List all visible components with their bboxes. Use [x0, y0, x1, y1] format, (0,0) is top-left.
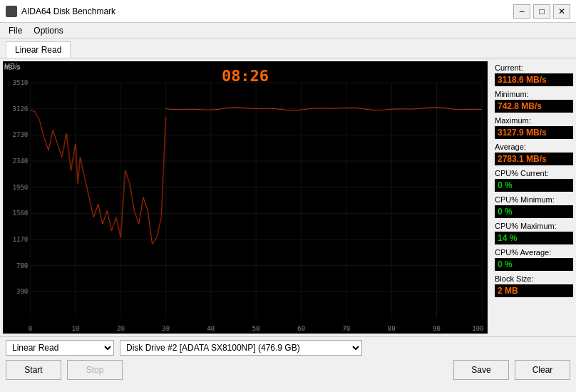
start-button[interactable]: Start [6, 360, 61, 380]
cpu-maximum-value: 14 % [495, 232, 573, 244]
bottom-left-buttons: Start Stop [6, 360, 123, 380]
drive-dropdown[interactable]: Disk Drive #2 [ADATA SX8100NP] (476.9 GB… [120, 340, 362, 356]
test-dropdown[interactable]: Linear Read [6, 340, 114, 356]
chart-canvas [3, 61, 488, 334]
title-bar: AIDA64 Disk Benchmark – □ ✕ [0, 0, 576, 23]
minimize-button[interactable]: – [513, 4, 530, 19]
maximum-value: 3127.9 MB/s [495, 126, 573, 139]
window-title: AIDA64 Disk Benchmark [21, 6, 115, 16]
stop-button[interactable]: Stop [67, 360, 123, 380]
bottom-right-buttons: Save Clear [453, 360, 570, 380]
tab-linear-read[interactable]: Linear Read [6, 41, 71, 58]
timer-display: 08:26 [222, 67, 269, 85]
cpu-minimum-value: 0 % [495, 205, 573, 218]
sidebar: Current: 3118.6 MB/s Minimum: 742.8 MB/s… [490, 58, 576, 336]
menu-file[interactable]: File [3, 24, 28, 37]
maximize-button[interactable]: □ [533, 4, 550, 19]
bottom-bar: Linear Read Disk Drive #2 [ADATA SX8100N… [0, 336, 576, 390]
current-value: 3118.6 MB/s [495, 73, 573, 86]
minimum-value: 742.8 MB/s [495, 100, 573, 113]
current-label: Current: [495, 63, 572, 72]
maximum-label: Maximum: [495, 116, 572, 125]
block-size-label: Block Size: [495, 274, 572, 283]
main-area: MB/s 08:26 Current: 3118.6 MB/s Minimum:… [0, 58, 576, 336]
tab-bar: Linear Read [0, 38, 576, 58]
cpu-average-label: CPU% Average: [495, 248, 572, 257]
average-value: 2783.1 MB/s [495, 153, 573, 165]
bottom-row1: Linear Read Disk Drive #2 [ADATA SX8100N… [6, 340, 570, 356]
menu-bar: File Options [0, 23, 576, 38]
cpu-current-value: 0 % [495, 179, 573, 192]
block-size-value: 2 MB [495, 284, 573, 297]
average-label: Average: [495, 143, 572, 151]
cpu-current-label: CPU% Current: [495, 169, 572, 177]
menu-options[interactable]: Options [28, 24, 68, 37]
cpu-minimum-label: CPU% Minimum: [495, 195, 572, 204]
cpu-maximum-label: CPU% Maximum: [495, 222, 572, 230]
minimum-label: Minimum: [495, 90, 572, 98]
bottom-row2: Start Stop Save Clear [6, 360, 570, 380]
mbs-label: MB/s [4, 63, 21, 71]
save-button[interactable]: Save [453, 360, 509, 380]
clear-button[interactable]: Clear [515, 360, 570, 380]
chart-area: MB/s 08:26 [3, 61, 488, 334]
app-icon [6, 6, 17, 17]
cpu-average-value: 0 % [495, 258, 573, 271]
close-button[interactable]: ✕ [553, 4, 570, 19]
